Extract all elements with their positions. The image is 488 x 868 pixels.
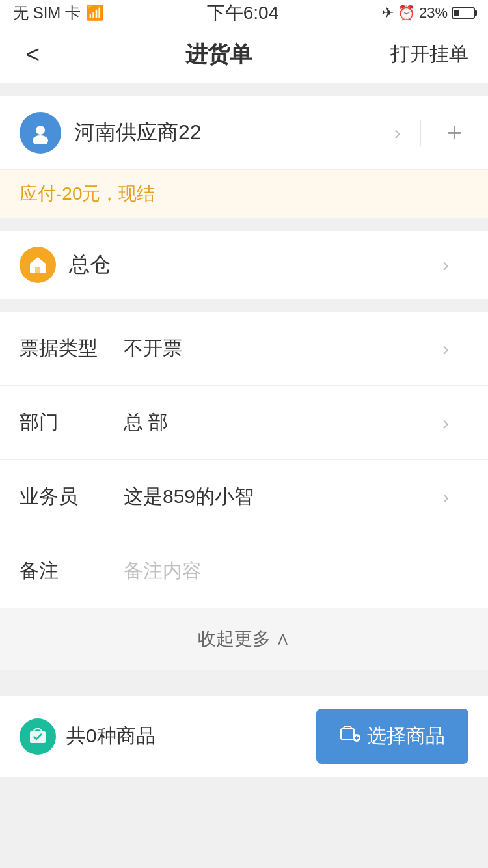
salesperson-value: 这是859的小智 (98, 483, 442, 510)
add-supplier-button[interactable]: + (441, 118, 468, 148)
section-gap-4 (0, 670, 488, 683)
invoice-type-label: 票据类型 (20, 335, 98, 362)
status-bar: 无 SIM 卡 📶 下午6:04 ✈ ⏰ 23% (0, 0, 488, 26)
status-left: 无 SIM 卡 📶 (13, 3, 103, 23)
remark-row[interactable]: 备注 备注内容 (0, 534, 488, 608)
remark-input[interactable]: 备注内容 (98, 558, 468, 584)
battery-icon (452, 7, 475, 19)
svg-rect-3 (35, 267, 40, 273)
supplier-chevron-icon: › (394, 122, 401, 144)
section-gap-2 (0, 218, 488, 231)
time-label: 下午6:04 (207, 1, 279, 25)
product-count-area: 共0种商品 (20, 718, 156, 755)
select-product-label: 选择商品 (367, 723, 445, 750)
department-value: 总 部 (98, 409, 442, 436)
section-gap-1 (0, 83, 488, 96)
product-count-text: 共0种商品 (66, 723, 156, 750)
svg-point-1 (33, 135, 48, 144)
supplier-row[interactable]: 河南供应商22 › + (0, 96, 488, 170)
department-label: 部门 (20, 409, 98, 436)
open-pending-button[interactable]: 打开挂单 (390, 41, 468, 68)
battery-percent: 23% (419, 5, 448, 21)
section-gap-3 (0, 299, 488, 312)
carrier-label: 无 SIM 卡 (13, 3, 81, 23)
form-section: 票据类型 不开票 › 部门 总 部 › 业务员 这是859的小智 › 备注 备注… (0, 312, 488, 670)
invoice-type-value: 不开票 (98, 335, 442, 362)
supplier-divider (420, 120, 421, 146)
notice-bar: 应付-20元，现结 (0, 170, 488, 218)
page-title: 进货单 (185, 40, 252, 70)
warehouse-chevron-icon: › (442, 254, 449, 276)
collapse-row[interactable]: 收起更多 ∧ (0, 608, 488, 670)
invoice-type-row[interactable]: 票据类型 不开票 › (0, 312, 488, 385)
salesperson-label: 业务员 (20, 483, 98, 510)
supplier-section: 河南供应商22 › + 应付-20元，现结 (0, 96, 488, 218)
warehouse-section: 总仓 › (0, 231, 488, 299)
warehouse-icon (20, 247, 56, 283)
salesperson-chevron-icon: › (442, 486, 449, 508)
svg-rect-5 (341, 729, 354, 739)
location-icon: ✈ (382, 5, 394, 21)
supplier-name: 河南供应商22 (74, 118, 394, 147)
remark-label: 备注 (20, 558, 98, 584)
salesperson-row[interactable]: 业务员 这是859的小智 › (0, 459, 488, 534)
back-button[interactable]: < (20, 34, 46, 75)
select-product-icon (340, 725, 360, 748)
warehouse-row[interactable]: 总仓 › (0, 231, 488, 299)
warehouse-name: 总仓 (69, 251, 442, 279)
invoice-type-chevron-icon: › (442, 338, 449, 360)
department-row[interactable]: 部门 总 部 › (0, 385, 488, 459)
select-product-button[interactable]: 选择商品 (316, 709, 468, 764)
department-chevron-icon: › (442, 412, 449, 434)
collapse-label: 收起更多 ∧ (198, 627, 291, 651)
supplier-avatar (20, 112, 61, 154)
nav-bar: < 进货单 打开挂单 (0, 26, 488, 83)
status-right: ✈ ⏰ 23% (382, 5, 475, 21)
notice-text: 应付-20元，现结 (20, 183, 155, 204)
wifi-icon: 📶 (86, 5, 103, 21)
bottom-bar: 共0种商品 选择商品 (0, 696, 488, 777)
alarm-icon: ⏰ (398, 5, 415, 21)
product-icon (20, 718, 56, 755)
svg-point-0 (36, 126, 45, 135)
